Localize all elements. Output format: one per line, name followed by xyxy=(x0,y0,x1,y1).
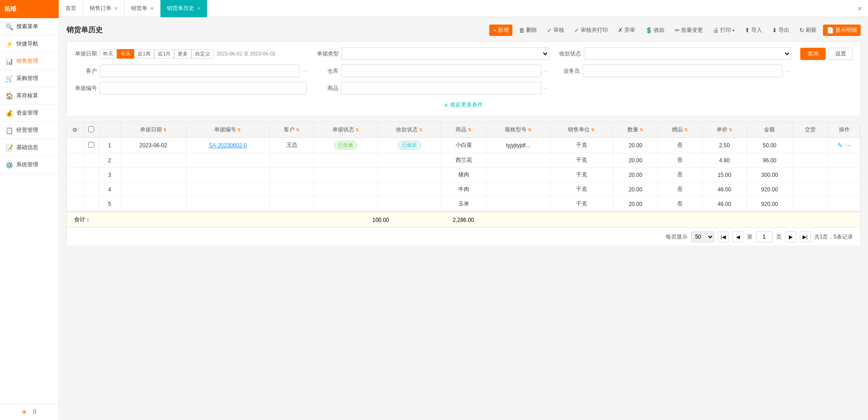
col-goods[interactable]: 商品 ⇅ xyxy=(441,122,487,138)
sidebar-bottom-icon2[interactable]: ⏸ xyxy=(31,408,38,416)
date-tab-more[interactable]: 更多 xyxy=(174,49,191,59)
sidebar-item-operations-mgmt[interactable]: 📋 经营管理 xyxy=(0,122,59,139)
cell-unit-3: 千克 xyxy=(550,182,613,197)
delete-icon: 🗑 xyxy=(519,27,525,34)
col-spec[interactable]: 规格型号 ⇅ xyxy=(486,122,550,138)
cell-index-1: 2 xyxy=(99,153,120,168)
sidebar-item-system-mgmt[interactable]: ⚙️ 系统管理 xyxy=(0,156,59,174)
sort-gift-icon: ⇅ xyxy=(684,128,688,132)
print-button[interactable]: 🖨 打印 ▾ xyxy=(709,25,738,36)
filter-warehouse: 仓库 ··· xyxy=(316,65,548,77)
collect-status-select[interactable] xyxy=(584,47,791,60)
sort-doc-status-icon: ⇅ xyxy=(356,128,359,132)
audit-button[interactable]: ✓ 审核 xyxy=(543,25,568,36)
setting-button[interactable]: 设置 xyxy=(828,48,853,60)
tab-sales-history[interactable]: 销货单历史 ✕ xyxy=(161,0,207,17)
summary-qty: 100.00 xyxy=(372,217,389,223)
refresh-button[interactable]: ↻ 刷新 xyxy=(796,25,820,36)
col-doc-date[interactable]: 单据日期 ⇅ xyxy=(120,122,186,138)
delete-button[interactable]: 🗑 删除 xyxy=(515,25,541,36)
tab-home[interactable]: 首页 xyxy=(59,0,83,17)
abandon-button[interactable]: ✗ 弃审 xyxy=(614,25,639,36)
batch-change-button[interactable]: ✏ 批量变更 xyxy=(671,25,707,36)
date-tab-custom[interactable]: 自定义 xyxy=(191,49,214,59)
col-unit[interactable]: 销售单位 ⇅ xyxy=(550,122,613,138)
next-page-button[interactable]: ▶ xyxy=(785,231,796,242)
query-button[interactable]: 查询 xyxy=(800,48,826,60)
row-checkbox-0[interactable] xyxy=(88,142,94,148)
col-doc-status[interactable]: 单据状态 ⇅ xyxy=(314,122,377,138)
sidebar-item-label: 资金管理 xyxy=(16,109,38,117)
import-button[interactable]: ⬆ 导入 xyxy=(741,25,766,36)
filter-doc-type: 单据类型 xyxy=(316,47,549,60)
col-checkbox xyxy=(83,122,99,138)
date-tab-today[interactable]: 今天 xyxy=(117,49,134,59)
doc-type-select[interactable] xyxy=(341,47,549,60)
col-collect-status[interactable]: 收款状态 ⇅ xyxy=(377,122,441,138)
date-tab-7days[interactable]: 近1周 xyxy=(134,49,154,59)
collapse-arrow-icon: ∧ xyxy=(444,102,448,108)
cell-index-0: 1 xyxy=(99,138,120,153)
customer-input[interactable] xyxy=(100,65,300,77)
sidebar-item-label: 快捷导航 xyxy=(16,40,38,48)
filter-customer: 客户 ··· xyxy=(74,65,306,77)
cell-delivery-0 xyxy=(793,138,828,153)
goods-ellipsis[interactable]: ··· xyxy=(544,85,548,91)
col-index xyxy=(99,122,120,138)
salesperson-ellipsis[interactable]: ··· xyxy=(785,68,789,74)
edit-icon-0[interactable]: ✎ xyxy=(838,142,843,149)
tab-sales-delivery[interactable]: 销货单 ✕ xyxy=(125,0,161,17)
gear-settings-icon[interactable]: ⚙ xyxy=(72,127,77,133)
export-button[interactable]: ⬇ 导出 xyxy=(768,25,793,36)
display-detail-button[interactable]: 📄 显示明细 xyxy=(823,25,861,36)
sidebar-bottom-icon1[interactable]: ☀ xyxy=(21,408,27,416)
doc-number-input[interactable] xyxy=(100,82,306,95)
cell-customer-3 xyxy=(270,182,314,197)
more-icon-0[interactable]: ⋯ xyxy=(845,142,851,149)
new-button[interactable]: + 新增 xyxy=(489,25,512,36)
tab-sales-history-close[interactable]: ✕ xyxy=(197,6,201,11)
doc-number-link-0[interactable]: SA-20230602-0 xyxy=(209,142,247,149)
sidebar-item-finance-mgmt[interactable]: 💰 资金管理 xyxy=(0,105,59,122)
page-number-input[interactable] xyxy=(756,231,773,242)
warehouse-ellipsis[interactable]: ··· xyxy=(544,68,548,74)
salesperson-input[interactable] xyxy=(582,65,783,77)
window-close-button[interactable]: ✕ xyxy=(852,5,868,12)
tab-sales-delivery-close[interactable]: ✕ xyxy=(150,6,154,11)
first-page-button[interactable]: |◀ xyxy=(718,231,729,242)
customer-ellipsis[interactable]: ··· xyxy=(302,68,306,74)
sidebar-item-purchase-mgmt[interactable]: 🛒 采购管理 xyxy=(0,70,59,87)
filter-goods: 商品 ··· xyxy=(316,82,548,95)
col-qty[interactable]: 数量 ⇅ xyxy=(613,122,658,138)
sidebar-item-label: 系统管理 xyxy=(16,161,38,169)
logo-text: 拓维 xyxy=(5,5,16,13)
goods-input[interactable] xyxy=(341,82,541,95)
select-all-checkbox[interactable] xyxy=(88,126,94,132)
sidebar-item-label: 库存核算 xyxy=(16,92,38,100)
collect-button[interactable]: 💲 收款 xyxy=(642,25,668,36)
date-tab-1month[interactable]: 近1月 xyxy=(154,49,174,59)
col-customer[interactable]: 客户 ⇅ xyxy=(270,122,314,138)
sidebar-item-quick-nav[interactable]: ⚡ 快捷导航 xyxy=(0,35,59,53)
doc-number-filter-label: 单据编号 xyxy=(74,85,97,92)
last-page-button[interactable]: ▶| xyxy=(800,231,811,242)
col-unit-price[interactable]: 单价 ⇅ xyxy=(702,122,747,138)
sidebar-item-inventory-calc[interactable]: 🏠 库存核算 xyxy=(0,87,59,105)
tab-sales-order-close[interactable]: ✕ xyxy=(114,6,118,11)
tab-sales-order[interactable]: 销售订单 ✕ xyxy=(83,0,125,17)
col-gift[interactable]: 赠品 ⇅ xyxy=(658,122,702,138)
sidebar-item-basic-info[interactable]: 📝 基础信息 xyxy=(0,139,59,156)
sidebar-item-search-menu[interactable]: 🔍 搜索菜单 xyxy=(0,18,59,35)
collect-icon: 💲 xyxy=(645,27,652,34)
print-icon: 🖨 xyxy=(713,27,719,34)
prev-page-button[interactable]: ◀ xyxy=(733,231,743,242)
collapse-button[interactable]: ∧ 收起更多条件 xyxy=(442,99,485,110)
page-size-select[interactable]: 50 10 20 100 xyxy=(691,231,714,242)
date-tab-yesterday[interactable]: 昨天 xyxy=(100,49,117,59)
warehouse-input[interactable] xyxy=(341,65,541,77)
sidebar-item-sales-mgmt[interactable]: 📊 销售管理 xyxy=(0,53,59,70)
cell-gear-2 xyxy=(67,168,83,182)
col-doc-number[interactable]: 单据编号 ⇅ xyxy=(186,122,269,138)
audit-print-button[interactable]: ✓ 审核并打印 xyxy=(571,25,612,36)
cell-delivery-4 xyxy=(793,197,828,211)
